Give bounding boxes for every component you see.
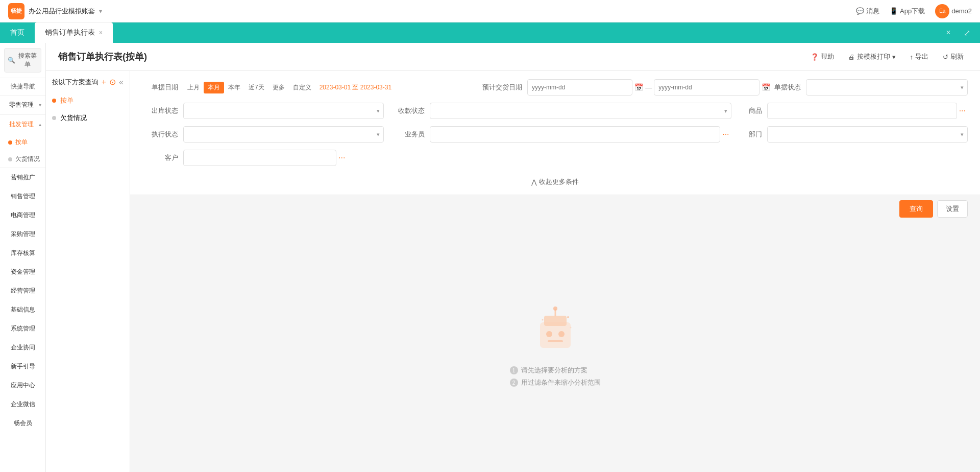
expected-date-group: 📅 — 📅 xyxy=(527,79,770,96)
sidebar-item-quick-nav[interactable]: 快捷导航 xyxy=(0,78,45,96)
sidebar-item-newbie[interactable]: 新手引导 xyxy=(0,357,45,376)
tab-close-icon[interactable]: × xyxy=(99,29,103,36)
svg-point-3 xyxy=(558,331,565,337)
sidebar-item-member[interactable]: 畅会员 xyxy=(0,414,45,433)
dot-active-icon xyxy=(8,140,12,145)
download-icon: 📱 xyxy=(890,7,898,15)
svg-point-6 xyxy=(553,306,557,311)
search-icon: 🔍 xyxy=(8,57,15,64)
date-tab-this-year[interactable]: 本年 xyxy=(224,82,244,93)
date-range-display: 2023-03-01 至 2023-03-31 xyxy=(320,83,391,92)
sidebar-item-system[interactable]: 系统管理 xyxy=(0,319,45,338)
close-window-button[interactable]: × xyxy=(941,26,955,40)
sidebar-item-basic[interactable]: 基础信息 xyxy=(0,300,45,319)
goods-input[interactable] xyxy=(767,103,957,119)
empty-state: 1 请先选择要分析的方案 2 用过滤条件来缩小分析范围 xyxy=(130,223,980,472)
app-download-button[interactable]: 📱 App下载 xyxy=(890,7,925,16)
filter-row-date: 单据日期 上月 本月 本年 近7天 更多 自定义 2023-03-01 至 20… xyxy=(142,79,968,96)
sidebar-item-stock[interactable]: 库存核算 xyxy=(0,244,45,263)
ship-status-label: 出库状态 xyxy=(142,106,183,115)
scheme-collapse-icon[interactable]: « xyxy=(119,78,124,87)
app-body: 🔍 搜索菜单 快捷导航 零售管理 ▾ 批发管理 ▴ 按单 欠货情况 xyxy=(0,43,980,472)
dept-select-wrap: ▾ xyxy=(767,126,968,143)
customer-label: 客户 xyxy=(142,153,183,162)
collapse-button[interactable]: ⋀ 收起更多条件 xyxy=(142,173,968,186)
page-header: 销售订单执行表(按单) ❓ 帮助 🖨 按模板打印 ▾ ↑ 导出 ↺ 刷新 xyxy=(46,43,980,71)
message-button[interactable]: 💬 消息 xyxy=(856,7,879,16)
collection-status-select[interactable] xyxy=(430,103,731,119)
ship-status-select[interactable] xyxy=(183,103,384,119)
date-tab-last-7[interactable]: 近7天 xyxy=(244,82,268,93)
export-button[interactable]: ↑ 导出 xyxy=(906,50,933,63)
dropdown-icon: ▾ xyxy=(892,53,896,61)
calendar-from-icon[interactable]: 📅 xyxy=(634,83,643,91)
date-tab-this-month[interactable]: 本月 xyxy=(204,82,224,93)
help-button[interactable]: ❓ 帮助 xyxy=(806,50,838,63)
nav-controls: × ⤢ xyxy=(941,26,980,40)
exec-status-select[interactable] xyxy=(183,126,384,143)
sidebar-item-purchase[interactable]: 采购管理 xyxy=(0,225,45,244)
customer-more-icon[interactable]: ··· xyxy=(336,153,347,162)
maximize-button[interactable]: ⤢ xyxy=(960,26,974,40)
app-title-dropdown[interactable]: ▾ xyxy=(99,8,102,15)
scheme-item-debt[interactable]: 欠货情况 xyxy=(46,109,130,127)
date-tab-more[interactable]: 更多 xyxy=(268,82,289,93)
salesman-label: 业务员 xyxy=(384,130,430,139)
sidebar-sub-item-order[interactable]: 按单 xyxy=(0,134,45,151)
sidebar-sub-item-debt[interactable]: 欠货情况 xyxy=(0,151,45,168)
salesman-input[interactable] xyxy=(430,126,720,143)
template-print-button[interactable]: 🖨 按模板打印 ▾ xyxy=(844,50,900,63)
refresh-button[interactable]: ↺ 刷新 xyxy=(939,50,968,63)
sidebar-item-corp-wechat[interactable]: 企业微信 xyxy=(0,395,45,414)
export-icon: ↑ xyxy=(910,53,914,61)
date-tab-custom[interactable]: 自定义 xyxy=(289,82,315,93)
svg-rect-0 xyxy=(540,322,571,348)
user-menu[interactable]: Ea demo2 xyxy=(935,4,972,18)
dept-select[interactable] xyxy=(767,126,968,143)
tip-num-1: 1 xyxy=(510,366,518,374)
tab-sales-order[interactable]: 销售订单执行表 × xyxy=(35,22,113,43)
customer-input[interactable] xyxy=(183,150,336,166)
scheme-copy-icon[interactable]: ⊙ xyxy=(109,77,116,87)
doc-status-select[interactable] xyxy=(806,79,968,96)
page-title: 销售订单执行表(按单) xyxy=(58,51,147,70)
tip-num-2: 2 xyxy=(510,379,518,387)
scheme-add-icon[interactable]: + xyxy=(102,78,106,87)
calendar-to-icon[interactable]: 📅 xyxy=(762,83,770,91)
filter-row-customer: 客户 ··· xyxy=(142,150,968,166)
sidebar-item-enterprise[interactable]: 企业协同 xyxy=(0,338,45,357)
page-header-actions: ❓ 帮助 🖨 按模板打印 ▾ ↑ 导出 ↺ 刷新 xyxy=(806,50,968,70)
sidebar-item-ecommerce[interactable]: 电商管理 xyxy=(0,206,45,225)
chevron-down-icon: ▾ xyxy=(39,102,41,108)
date-tabs: 上月 本月 本年 近7天 更多 自定义 xyxy=(183,82,315,93)
query-button[interactable]: 查询 xyxy=(899,200,933,218)
expected-date-to[interactable] xyxy=(654,79,759,96)
refresh-icon: ↺ xyxy=(943,53,948,61)
goods-more-icon[interactable]: ··· xyxy=(957,106,968,115)
expected-date-label: 预计交货日期 xyxy=(481,83,527,92)
ship-status-select-wrap: ▾ xyxy=(183,103,384,119)
search-menu-button[interactable]: 🔍 搜索菜单 xyxy=(4,48,41,73)
nav-tabs: 首页 销售订单执行表 × × ⤢ xyxy=(0,22,980,43)
filter-area: 单据日期 上月 本月 本年 近7天 更多 自定义 2023-03-01 至 20… xyxy=(130,71,980,195)
topbar: 畅捷 办公用品行业模拟账套 ▾ 💬 消息 📱 App下载 Ea demo2 xyxy=(0,0,980,22)
print-icon: 🖨 xyxy=(848,53,855,61)
sidebar-item-biz[interactable]: 经营管理 xyxy=(0,281,45,300)
sidebar-item-finance[interactable]: 资金管理 xyxy=(0,263,45,281)
sidebar-item-retail[interactable]: 零售管理 ▾ xyxy=(0,96,45,114)
sidebar-item-sales-mgmt[interactable]: 销售管理 xyxy=(0,187,45,206)
date-tab-last-month[interactable]: 上月 xyxy=(183,82,204,93)
message-icon: 💬 xyxy=(856,7,864,15)
scheme-sidebar: 按以下方案查询 + ⊙ « 按单 欠货情况 xyxy=(46,71,130,472)
expected-date-from[interactable] xyxy=(527,79,632,96)
tab-home[interactable]: 首页 xyxy=(0,22,35,43)
scheme-item-order[interactable]: 按单 xyxy=(46,92,130,109)
sidebar-item-appstore[interactable]: 应用中心 xyxy=(0,376,45,395)
sidebar-item-wholesale[interactable]: 批发管理 ▴ xyxy=(0,115,45,134)
svg-point-2 xyxy=(546,331,552,337)
sidebar-item-marketing[interactable]: 营销推广 xyxy=(0,168,45,187)
doc-status-select-wrap: ▾ xyxy=(806,79,968,96)
collection-status-label: 收款状态 xyxy=(384,106,430,115)
settings-button[interactable]: 设置 xyxy=(937,200,968,218)
salesman-more-icon[interactable]: ··· xyxy=(720,130,731,139)
